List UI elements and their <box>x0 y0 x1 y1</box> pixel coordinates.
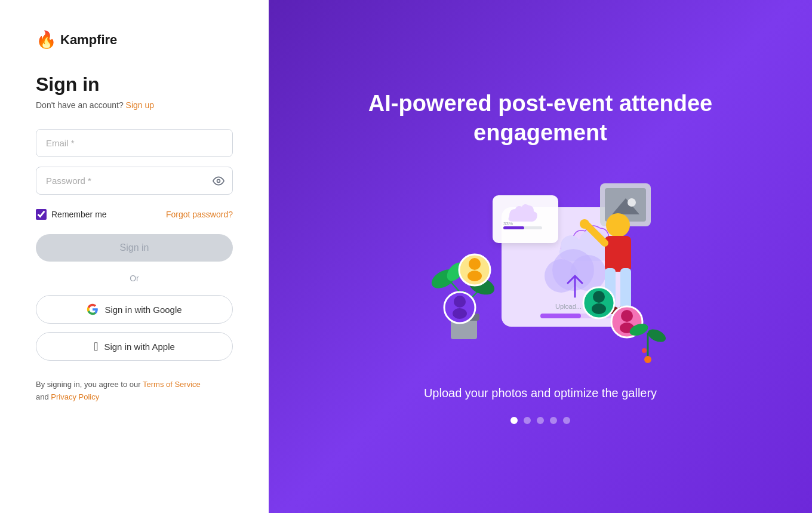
carousel-dot-5[interactable] <box>563 417 570 424</box>
sign-in-title: Sign in <box>36 73 233 96</box>
terms-of-service-link[interactable]: Terms of Service <box>143 380 201 389</box>
carousel-dot-1[interactable] <box>510 417 518 424</box>
remember-forgot-row: Remember me Forgot password? <box>36 209 233 220</box>
apple-sign-in-button[interactable]:  Sign in with Apple <box>36 332 233 361</box>
sign-in-button[interactable]: Sign in <box>36 234 233 262</box>
illustration-svg: Upload... 33% <box>415 171 666 368</box>
terms-text: By signing in, you agree to our Terms of… <box>36 379 233 404</box>
or-divider: Or <box>36 274 233 283</box>
signup-prompt: Don't have an account? Sign up <box>36 100 233 110</box>
password-wrapper <box>36 167 233 195</box>
email-input[interactable] <box>36 129 233 157</box>
svg-point-39 <box>453 308 467 319</box>
remember-me-checkbox[interactable] <box>36 209 47 220</box>
svg-rect-18 <box>605 236 631 272</box>
svg-point-35 <box>469 258 481 270</box>
right-panel: AI-powered post-event attendee engagemen… <box>269 0 812 513</box>
svg-point-41 <box>593 291 605 303</box>
svg-point-49 <box>644 356 651 363</box>
svg-point-48 <box>646 327 666 345</box>
email-form-group <box>36 129 233 157</box>
hero-subtitle: Upload your photos and optimize the gall… <box>424 386 657 400</box>
carousel-dot-3[interactable] <box>537 417 544 424</box>
password-input[interactable] <box>36 167 233 195</box>
svg-point-24 <box>580 219 589 229</box>
svg-point-16 <box>628 198 636 207</box>
carousel-dot-2[interactable] <box>524 417 531 424</box>
svg-rect-11 <box>503 226 524 229</box>
google-sign-in-button[interactable]: Sign in with Google <box>36 295 233 324</box>
carousel-dot-4[interactable] <box>550 417 557 424</box>
signup-link[interactable]: Sign up <box>126 100 154 110</box>
svg-text:Upload...: Upload... <box>555 303 582 310</box>
svg-point-36 <box>467 271 482 281</box>
remember-me-label[interactable]: Remember me <box>36 209 107 220</box>
password-form-group <box>36 167 233 195</box>
svg-point-44 <box>621 310 633 322</box>
svg-point-0 <box>217 179 220 182</box>
svg-rect-8 <box>540 314 581 318</box>
hero-title: AI-powered post-event attendee engagemen… <box>361 89 719 148</box>
flame-icon: 🔥 <box>36 30 57 50</box>
google-icon <box>87 303 99 315</box>
svg-text:33%: 33% <box>503 221 513 226</box>
apple-icon:  <box>94 340 98 352</box>
hero-illustration: Upload... 33% <box>415 171 666 368</box>
privacy-policy-link[interactable]: Privacy Policy <box>51 392 99 401</box>
brand-name: Kampfire <box>60 32 117 48</box>
left-panel: 🔥 Kampfire Sign in Don't have an account… <box>0 0 269 513</box>
toggle-password-button[interactable] <box>213 175 224 187</box>
svg-point-17 <box>606 213 630 237</box>
logo: 🔥 Kampfire <box>36 30 233 50</box>
svg-point-38 <box>454 296 466 308</box>
svg-rect-20 <box>620 268 631 310</box>
svg-point-42 <box>592 303 606 314</box>
forgot-password-link[interactable]: Forgot password? <box>166 210 233 219</box>
eye-icon <box>213 175 224 187</box>
carousel-dots <box>510 417 570 424</box>
svg-point-50 <box>642 348 647 353</box>
